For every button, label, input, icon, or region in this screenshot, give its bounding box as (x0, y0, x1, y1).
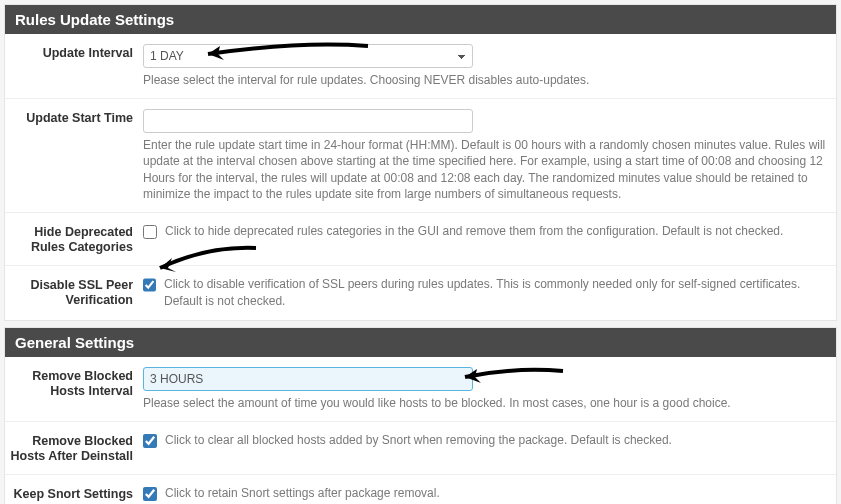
rules-panel-title: Rules Update Settings (5, 5, 836, 34)
general-settings-panel: General Settings Remove Blocked Hosts In… (4, 327, 837, 504)
remove-interval-select[interactable]: 3 HOURS (143, 367, 473, 391)
remove-interval-row: Remove Blocked Hosts Interval 3 HOURS Pl… (5, 357, 836, 422)
update-start-time-input[interactable] (143, 109, 473, 133)
disable-ssl-row: Disable SSL Peer Verification Click to d… (5, 266, 836, 320)
remove-after-deinstall-checkbox[interactable] (143, 434, 157, 448)
hide-deprecated-checkbox[interactable] (143, 225, 157, 239)
rules-update-settings-panel: Rules Update Settings Update Interval 1 … (4, 4, 837, 321)
keep-settings-checkbox[interactable] (143, 487, 157, 501)
keep-settings-label: Keep Snort Settings After Deinstall (5, 485, 143, 504)
update-interval-help: Please select the interval for rule upda… (143, 72, 826, 88)
update-start-time-help: Enter the rule update start time in 24-h… (143, 137, 826, 202)
update-start-time-row: Update Start Time Enter the rule update … (5, 99, 836, 213)
update-interval-row: Update Interval 1 DAY Please select the … (5, 34, 836, 99)
hide-deprecated-text: Click to hide deprecated rules categorie… (165, 223, 783, 240)
disable-ssl-text: Click to disable verification of SSL pee… (164, 276, 826, 310)
remove-after-deinstall-text: Click to clear all blocked hosts added b… (165, 432, 672, 449)
remove-after-deinstall-row: Remove Blocked Hosts After Deinstall Cli… (5, 422, 836, 475)
hide-deprecated-label: Hide Deprecated Rules Categories (5, 223, 143, 255)
update-start-time-label: Update Start Time (5, 109, 143, 126)
disable-ssl-label: Disable SSL Peer Verification (5, 276, 143, 308)
remove-interval-label: Remove Blocked Hosts Interval (5, 367, 143, 399)
remove-interval-help: Please select the amount of time you wou… (143, 395, 826, 411)
keep-settings-text: Click to retain Snort settings after pac… (165, 485, 440, 502)
general-panel-title: General Settings (5, 328, 836, 357)
keep-settings-row: Keep Snort Settings After Deinstall Clic… (5, 475, 836, 504)
update-interval-select[interactable]: 1 DAY (143, 44, 473, 68)
disable-ssl-checkbox[interactable] (143, 278, 156, 292)
remove-after-deinstall-label: Remove Blocked Hosts After Deinstall (5, 432, 143, 464)
update-interval-label: Update Interval (5, 44, 143, 61)
hide-deprecated-row: Hide Deprecated Rules Categories Click t… (5, 213, 836, 266)
